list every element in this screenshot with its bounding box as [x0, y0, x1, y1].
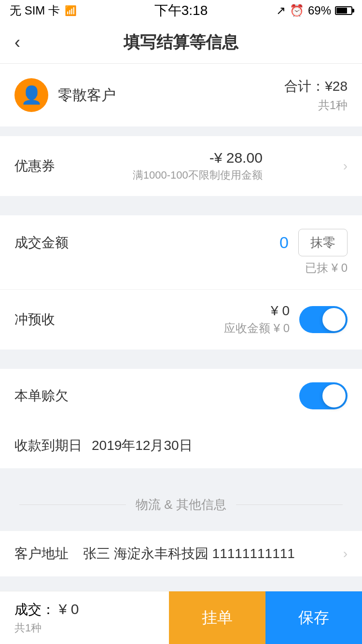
coupon-row[interactable]: 优惠券 -¥ 28.00 满1000-100不限制使用金额 › — [0, 136, 362, 196]
transaction-label: 成交金额 — [14, 234, 69, 252]
prepay-right: ¥ 0 应收金额 ¥ 0 — [224, 303, 348, 336]
battery-label: 69% — [308, 4, 331, 17]
pending-label: 挂单 — [202, 607, 233, 629]
credit-label: 本单赊欠 — [14, 387, 69, 405]
prepay-amount: ¥ 0 — [224, 303, 290, 319]
separator-3 — [0, 478, 362, 488]
transaction-sub: 已抹 ¥ 0 — [14, 260, 348, 276]
prepay-receivable: 应收金额 ¥ 0 — [224, 321, 290, 336]
wifi-icon: 📶 — [65, 5, 77, 16]
customer-right: 合计：¥28 共1种 — [284, 77, 348, 113]
location-icon: ↗ — [276, 4, 286, 17]
bottom-count: 共1种 — [14, 621, 154, 635]
main-content: 👤 零散客户 合计：¥28 共1种 优惠券 -¥ 28.00 满1000-100… — [0, 64, 362, 644]
nav-bar: ‹ 填写结算等信息 — [0, 21, 362, 64]
logistics-label: 物流 & 其他信息 — [126, 496, 236, 513]
separator-2 — [0, 359, 362, 369]
total-amount: 合计：¥28 — [284, 77, 348, 96]
page-title: 填写结算等信息 — [124, 31, 238, 54]
prepay-toggle[interactable] — [299, 306, 348, 333]
coupon-discount: -¥ 28.00 — [133, 150, 263, 166]
address-value: 张三 海淀永丰科技园 11111111111 — [83, 545, 340, 563]
coupon-chevron-icon: › — [343, 158, 348, 174]
due-date-value: 2019年12月30日 — [92, 436, 193, 455]
separator-4 — [0, 521, 362, 531]
customer-name: 零散客户 — [58, 85, 116, 105]
coupon-label: 优惠券 — [14, 157, 55, 175]
customer-left: 👤 零散客户 — [14, 78, 116, 112]
pending-button[interactable]: 挂单 — [169, 591, 265, 644]
separator-1 — [0, 206, 362, 215]
transaction-section: 成交金额 0 抹零 已抹 ¥ 0 冲预收 ¥ 0 应收金额 ¥ 0 — [0, 215, 362, 350]
prepay-label: 冲预收 — [14, 310, 55, 329]
avatar: 👤 — [14, 78, 48, 112]
status-bar-time: 下午3:18 — [154, 1, 208, 20]
transaction-row: 成交金额 0 抹零 已抹 ¥ 0 — [0, 215, 362, 290]
address-label: 客户地址 — [14, 545, 69, 563]
back-button[interactable]: ‹ — [14, 32, 20, 53]
bottom-deal-amount: ¥ 0 — [59, 601, 79, 617]
due-date-row: 收款到期日 2019年12月30日 — [0, 423, 362, 468]
coupon-desc: 满1000-100不限制使用金额 — [133, 168, 263, 182]
credit-section: 本单赊欠 收款到期日 2019年12月30日 — [0, 369, 362, 468]
total-count: 共1种 — [284, 98, 348, 113]
bottom-deal-label: 成交： — [14, 602, 55, 617]
credit-toggle[interactable] — [299, 382, 348, 409]
transaction-value: 0 — [279, 233, 289, 252]
logistics-divider: 物流 & 其他信息 — [0, 488, 362, 521]
prepay-amounts: ¥ 0 应收金额 ¥ 0 — [224, 303, 290, 336]
prepay-row: 冲预收 ¥ 0 应收金额 ¥ 0 — [0, 290, 362, 350]
bottom-info: 成交： ¥ 0 共1种 — [0, 591, 169, 644]
round-button[interactable]: 抹零 — [298, 229, 348, 256]
status-bar-left: 无 SIM 卡 📶 — [10, 3, 77, 18]
status-bar: 无 SIM 卡 📶 下午3:18 ↗ ⏰ 69% — [0, 0, 362, 21]
avatar-icon: 👤 — [21, 85, 42, 105]
transaction-value-wrap: 0 抹零 — [279, 229, 348, 256]
coupon-right: -¥ 28.00 满1000-100不限制使用金额 — [133, 150, 263, 182]
save-button[interactable]: 保存 — [265, 591, 362, 644]
battery-icon — [335, 6, 352, 15]
customer-section: 👤 零散客户 合计：¥28 共1种 — [0, 64, 362, 126]
due-date-label: 收款到期日 — [14, 436, 82, 455]
address-row[interactable]: 客户地址 张三 海淀永丰科技园 11111111111 › — [0, 531, 362, 576]
bottom-bar: 成交： ¥ 0 共1种 挂单 保存 — [0, 591, 362, 644]
save-label: 保存 — [298, 607, 329, 629]
address-chevron-icon: › — [343, 546, 348, 561]
bottom-deal-row: 成交： ¥ 0 — [14, 601, 154, 619]
alarm-icon: ⏰ — [290, 4, 304, 17]
credit-toggle-knob — [322, 384, 346, 407]
status-bar-right: ↗ ⏰ 69% — [276, 4, 352, 17]
customer-row: 👤 零散客户 合计：¥28 共1种 — [0, 64, 362, 126]
toggle-knob — [322, 308, 346, 331]
credit-row: 本单赊欠 — [0, 369, 362, 423]
coupon-section: 优惠券 -¥ 28.00 满1000-100不限制使用金额 › — [0, 136, 362, 196]
carrier-label: 无 SIM 卡 — [10, 3, 60, 18]
address-section: 客户地址 张三 海淀永丰科技园 11111111111 › — [0, 531, 362, 576]
transaction-top: 成交金额 0 抹零 — [14, 229, 348, 256]
